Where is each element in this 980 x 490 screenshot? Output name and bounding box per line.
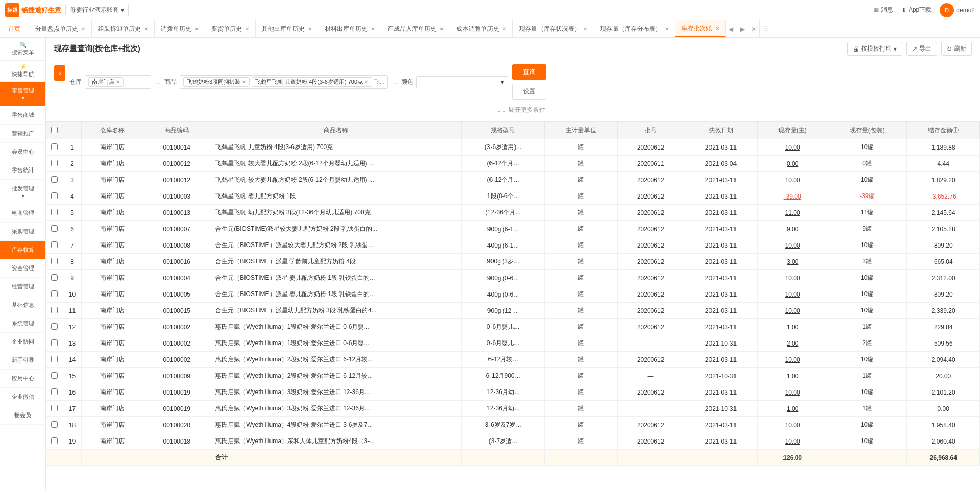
sidebar-item-membership[interactable]: 畅会员 [0, 406, 45, 425]
filter-expand-button[interactable]: › [54, 65, 65, 81]
row-checkbox[interactable] [51, 176, 58, 183]
tab-cailiao-close[interactable]: ✕ [371, 26, 375, 32]
tab-zuzhuang[interactable]: 组装拆卸单历史 ✕ [92, 20, 155, 37]
sidebar-item-retail-stats[interactable]: 零售统计 [0, 161, 45, 180]
tab-kucun-pici[interactable]: 库存批次账 ✕ [675, 20, 726, 37]
refresh-button[interactable]: ↻ 刷新 [941, 42, 972, 56]
sidebar-item-inventory[interactable]: 库存核算 [0, 241, 45, 259]
row-checkbox[interactable] [51, 421, 58, 428]
sidebar-item-retail-label: 零售管理 [12, 87, 34, 94]
expand-more-btn[interactable]: ⌄⌄ 展开更多条件 [493, 103, 548, 117]
row-checkbox[interactable] [51, 356, 58, 362]
tab-qitachuku[interactable]: 其他出库单历史 ✕ [256, 20, 318, 37]
tab-close-all-btn[interactable]: ✕ [748, 20, 760, 37]
avatar: D [940, 3, 954, 17]
row-checkbox[interactable] [51, 258, 58, 264]
product-chip-container[interactable]: 飞鹤奶粉3段同捆搭装 ✕ 飞鹤星飞帆 儿童奶粉 4段(3-6岁适用) 700克 … [180, 75, 388, 89]
messages-button[interactable]: ✉ 消息 [874, 6, 893, 14]
tab-fenliang[interactable]: 分量盘点单历史 ✕ [29, 20, 92, 37]
tab-home[interactable]: 首页 [0, 20, 29, 37]
sidebar-search[interactable]: 🔍 搜索菜单 [0, 38, 45, 61]
sidebar-item-appstore[interactable]: 应用中心 [0, 370, 45, 388]
row-checkbox[interactable] [51, 241, 58, 248]
warehouse-chip-remove[interactable]: ✕ [116, 79, 120, 85]
tab-diaob[interactable]: 调拨单历史 ✕ [155, 20, 205, 37]
row-checkbox[interactable] [51, 323, 58, 330]
tab-chengben[interactable]: 成本调整单历史 ✕ [450, 20, 513, 37]
row-checkbox[interactable] [51, 339, 58, 346]
tab-xiancun1-close[interactable]: ✕ [583, 26, 587, 32]
print-button[interactable]: 🖨 按模板打印 ▾ [847, 42, 902, 56]
org-selector[interactable]: 母婴行业演示账套 ▾ [65, 4, 129, 16]
tab-chengpin-close[interactable]: ✕ [439, 26, 444, 32]
row-checkbox[interactable] [51, 274, 58, 281]
row-qty-pkg: 1罐 [827, 319, 907, 335]
tab-xiancun1[interactable]: 现存量（库存状况表） ✕ [513, 20, 594, 37]
row-checkbox[interactable] [51, 225, 58, 232]
row-expire: 2021-03-11 [684, 433, 758, 450]
tab-zuzhuang-close[interactable]: ✕ [144, 26, 148, 32]
product-chip-1-remove[interactable]: ✕ [242, 79, 246, 85]
settings-button[interactable]: 设置 [512, 84, 546, 100]
row-checkbox[interactable] [51, 160, 58, 166]
row-no: 19 [63, 433, 82, 450]
row-warehouse: 南岸门店 [82, 205, 143, 221]
sidebar-item-ecommerce[interactable]: 电商管理 [0, 204, 45, 223]
tab-xiancun2[interactable]: 现存量（库存分布表） ✕ [594, 20, 675, 37]
summary-qty-main: 126.00 [758, 450, 827, 466]
sidebar-item-marketing[interactable]: 营销推广 [0, 125, 45, 143]
table-row: 3 南岸门店 00100012 飞鹤星飞帆 较大婴儿配方奶粉 2段(6-12个月… [46, 172, 980, 188]
warehouse-chip-container[interactable]: 南岸门店 ✕ [85, 75, 151, 89]
tab-xiancun2-close[interactable]: ✕ [665, 26, 669, 32]
tab-cailiao[interactable]: 材料出库单历史 ✕ [318, 20, 381, 37]
table-row: 10 南岸门店 00100005 合生元（BIOSTIME）派星 婴儿配方奶粉 … [46, 286, 980, 303]
sidebar-quick-nav[interactable]: ⚡ 快捷导航 [0, 61, 45, 82]
export-button[interactable]: ↗ 导出 [906, 42, 937, 56]
tab-diaob-close[interactable]: ✕ [194, 26, 199, 32]
tab-menu-btn[interactable]: ☰ [760, 20, 772, 37]
row-checkbox[interactable] [51, 143, 58, 150]
row-spec: 900g (3岁... [461, 254, 544, 270]
sidebar-item-basics[interactable]: 基础信息 [0, 296, 45, 314]
sidebar-item-system[interactable]: 系统管理 [0, 314, 45, 333]
sidebar-item-wechat[interactable]: 企业微信 [0, 388, 45, 406]
product-chip-2-remove[interactable]: ✕ [364, 79, 369, 85]
sidebar-item-finance[interactable]: 资金管理 [0, 259, 45, 278]
product-label: 商品 [164, 78, 177, 86]
product-chip-1: 飞鹤奶粉3段同捆搭装 ✕ [183, 77, 250, 87]
row-checkbox[interactable] [51, 192, 58, 199]
sidebar-item-retail-shop[interactable]: 零售商城 [0, 106, 45, 125]
sidebar-item-retail-mgmt[interactable]: 零售管理 ▾ [0, 82, 45, 106]
row-expire: 2021-03-11 [684, 254, 758, 270]
tab-chengben-close[interactable]: ✕ [502, 26, 506, 32]
row-warehouse: 南岸门店 [82, 384, 143, 401]
row-checkbox[interactable] [51, 209, 58, 215]
sidebar-item-wholesale[interactable]: 批发管理 ▾ [0, 180, 45, 204]
app-download-button[interactable]: ⬇ App下载 [901, 6, 932, 14]
tab-fenliang-close[interactable]: ✕ [81, 26, 85, 32]
row-checkbox[interactable] [51, 290, 58, 297]
color-select[interactable]: ▾ [416, 76, 508, 88]
sidebar-item-member[interactable]: 会员中心 [0, 143, 45, 161]
sidebar-item-inventory-label: 库存核算 [12, 246, 34, 254]
row-checkbox[interactable] [51, 372, 58, 379]
tab-yaohuo-close[interactable]: ✕ [245, 26, 249, 32]
tab-chengpin[interactable]: 产成品入库单历史 ✕ [381, 20, 450, 37]
tab-yaohuo[interactable]: 要货单历史 ✕ [205, 20, 256, 37]
user-profile[interactable]: D demo2 [940, 3, 975, 17]
sidebar-item-enterprise[interactable]: 企业协同 [0, 333, 45, 351]
row-checkbox[interactable] [51, 388, 58, 395]
tab-next-btn[interactable]: ▶ [737, 20, 748, 37]
row-batch: 20200612 [617, 352, 684, 368]
tab-qitachuku-close[interactable]: ✕ [308, 26, 312, 32]
tab-kucun-pici-close[interactable]: ✕ [715, 26, 719, 31]
sidebar-item-purchase[interactable]: 采购管理 [0, 223, 45, 241]
row-checkbox[interactable] [51, 307, 58, 313]
row-checkbox[interactable] [51, 437, 58, 444]
query-button[interactable]: 查询 [512, 64, 546, 80]
sidebar-item-operation[interactable]: 经营管理 [0, 278, 45, 296]
sidebar-item-guide[interactable]: 新手引导 [0, 351, 45, 370]
tab-prev-btn[interactable]: ◀ [726, 20, 737, 37]
row-checkbox[interactable] [51, 405, 58, 411]
select-all-checkbox[interactable] [51, 127, 58, 133]
